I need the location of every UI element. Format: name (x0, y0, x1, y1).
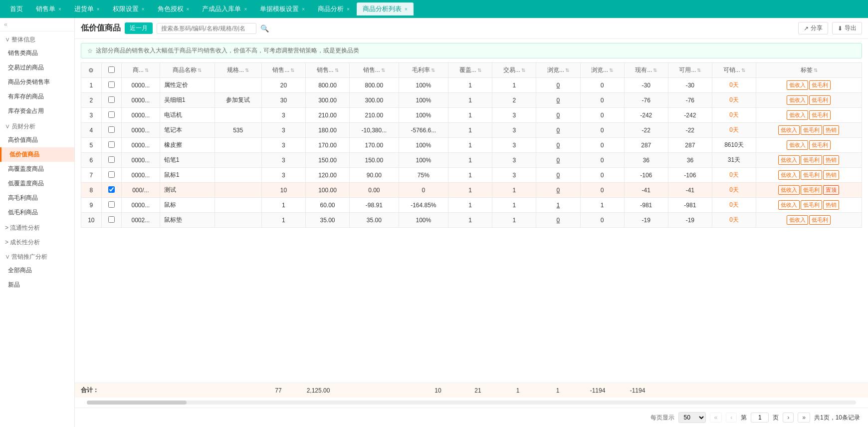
sidebar-item-low-value[interactable]: 低价值商品 (0, 147, 74, 162)
cell-name[interactable]: 电话机 (160, 108, 215, 123)
th-checkbox[interactable] (101, 63, 121, 78)
prev-page-btn[interactable]: ‹ (726, 413, 737, 423)
sidebar-item-stocked-products[interactable]: 有库存的商品 (0, 89, 74, 104)
close-icon[interactable]: × (97, 6, 100, 12)
th-cover[interactable]: 覆盖...⇅ (448, 63, 492, 78)
row-checkbox[interactable] (108, 171, 115, 178)
th-sale2[interactable]: 销售...⇅ (305, 63, 349, 78)
row-checkbox[interactable] (108, 96, 115, 103)
export-button[interactable]: ⬇ 导出 (832, 22, 862, 34)
th-tags[interactable]: 标签⇅ (756, 63, 862, 78)
sidebar-item-stock-capital[interactable]: 库存资金占用 (0, 104, 74, 118)
row-checkbox[interactable] (108, 81, 115, 88)
table-row[interactable]: 6 0000... 铅笔1 3 150.00 150.00 100% 1 3 0… (81, 153, 862, 168)
sidebar-item-low-margin[interactable]: 低毛利商品 (0, 205, 74, 220)
th-stock2[interactable]: 可用...⇅ (668, 63, 712, 78)
first-page-btn[interactable]: « (710, 413, 722, 423)
cell-name[interactable]: 属性定价 (160, 78, 215, 93)
cell-browse1[interactable]: 0 (536, 93, 580, 108)
last-page-btn[interactable]: » (798, 413, 810, 423)
select-all-checkbox[interactable] (108, 66, 115, 73)
row-checkbox[interactable] (108, 201, 115, 208)
sidebar-item-high-coverage[interactable]: 高覆盖度商品 (0, 162, 74, 176)
th-name[interactable]: 商品名称⇅ (160, 63, 215, 78)
sidebar-item-low-coverage[interactable]: 低覆盖度商品 (0, 176, 74, 191)
table-row[interactable]: 8 000/... 测试 10 100.00 0.00 0 1 1 0 0 -4… (81, 183, 862, 198)
cell-browse1[interactable]: 0 (536, 213, 580, 228)
th-stock1[interactable]: 现有...⇅ (624, 63, 668, 78)
close-icon[interactable]: × (347, 6, 350, 12)
cell-name[interactable]: 鼠标垫 (160, 213, 215, 228)
scrollbar-thumb[interactable] (87, 401, 187, 405)
cell-check[interactable] (101, 93, 121, 108)
table-row[interactable]: 1 0000... 属性定价 20 800.00 800.00 100% 1 1… (81, 78, 862, 93)
search-button[interactable]: 🔍 (260, 24, 269, 32)
th-gross[interactable]: 毛利率⇅ (399, 63, 448, 78)
cell-name[interactable]: 测试 (160, 183, 215, 198)
cell-name[interactable]: 笔记本 (160, 123, 215, 138)
sidebar-item-new-products[interactable]: 新品 (0, 278, 74, 292)
table-row[interactable]: 2 0000... 吴细细1 参加复试 30 300.00 300.00 100… (81, 93, 862, 108)
th-browse1[interactable]: 浏览...⇅ (536, 63, 580, 78)
sidebar-group-marketing[interactable]: ∨ 营销推广分析 (0, 249, 74, 263)
close-icon[interactable]: × (142, 6, 145, 12)
cell-browse1[interactable]: 0 (536, 168, 580, 183)
cell-check[interactable] (101, 123, 121, 138)
cell-check[interactable] (101, 198, 121, 213)
row-checkbox[interactable] (108, 111, 115, 118)
table-row[interactable]: 4 0000... 笔记本 535 3 180.00 -10,380... -5… (81, 123, 862, 138)
sidebar-item-traded-products[interactable]: 交易过的商品 (0, 60, 74, 75)
cell-check[interactable] (101, 153, 121, 168)
horizontal-scrollbar[interactable] (87, 401, 856, 405)
cell-check[interactable] (101, 183, 121, 198)
th-trade[interactable]: 交易...⇅ (492, 63, 536, 78)
table-wrapper[interactable]: ⚙ 商...⇅ 商品名称⇅ 规格...⇅ 销售...⇅ 销售...⇅ 销售...… (75, 62, 868, 383)
cell-name[interactable]: 吴细细1 (160, 93, 215, 108)
cell-name[interactable]: 鼠标 (160, 198, 215, 213)
row-checkbox[interactable] (108, 186, 115, 193)
nav-tab-permission[interactable]: 权限设置 × (107, 2, 151, 15)
cell-name[interactable]: 橡皮擦 (160, 138, 215, 153)
cell-browse1[interactable]: 0 (536, 123, 580, 138)
nav-tab-sales-order[interactable]: 销售单 × (30, 2, 67, 15)
sidebar-collapse-btn[interactable]: « (4, 21, 7, 28)
sidebar-item-sales-products[interactable]: 销售类商品 (0, 46, 74, 60)
nav-home[interactable]: 首页 (4, 2, 29, 15)
cell-name[interactable]: 铅笔1 (160, 153, 215, 168)
table-row[interactable]: 9 0000... 鼠标 1 60.00 -98.91 -164.85% 1 1… (81, 198, 862, 213)
table-row[interactable]: 7 0000... 鼠标1 3 120.00 90.00 75% 1 3 0 0… (81, 168, 862, 183)
row-checkbox[interactable] (108, 141, 115, 148)
close-icon[interactable]: × (302, 6, 305, 12)
close-icon[interactable]: × (187, 6, 190, 12)
filter-recent-month-btn[interactable]: 近一月 (125, 22, 153, 34)
next-page-btn[interactable]: › (783, 413, 794, 423)
cell-browse1[interactable]: 0 (536, 183, 580, 198)
row-checkbox[interactable] (108, 216, 115, 223)
sidebar-item-high-margin[interactable]: 高毛利商品 (0, 191, 74, 205)
th-days[interactable]: 可销...⇅ (712, 63, 756, 78)
close-icon[interactable]: × (58, 6, 61, 12)
table-row[interactable]: 5 0000... 橡皮擦 3 170.00 170.00 100% 1 3 0… (81, 138, 862, 153)
cell-check[interactable] (101, 138, 121, 153)
row-checkbox[interactable] (108, 126, 115, 133)
th-sale1[interactable]: 销售...⇅ (261, 63, 305, 78)
table-row[interactable]: 3 0000... 电话机 3 210.00 210.00 100% 1 3 0… (81, 108, 862, 123)
nav-tab-purchase-order[interactable]: 进货单 × (68, 2, 106, 15)
th-code[interactable]: 商...⇅ (121, 63, 160, 78)
sidebar-item-category-sales-rate[interactable]: 商品分类销售率 (0, 75, 74, 89)
share-button[interactable]: ↗ 分享 (798, 22, 828, 34)
nav-tab-role-auth[interactable]: 角色授权 × (152, 2, 196, 15)
page-number-input[interactable] (751, 413, 769, 423)
th-sale3[interactable]: 销售...⇅ (350, 63, 399, 78)
table-row[interactable]: 10 0002... 鼠标垫 1 35.00 35.00 100% 1 1 0 … (81, 213, 862, 228)
nav-tab-product-storage[interactable]: 产成品入库单 × (196, 2, 253, 15)
sidebar-group-overall[interactable]: ∨ 整体信息 (0, 31, 74, 46)
cell-browse1[interactable]: 0 (536, 153, 580, 168)
cell-browse1[interactable]: 0 (536, 78, 580, 93)
sidebar-group-growth[interactable]: > 成长性分析 (0, 234, 74, 249)
row-checkbox[interactable] (108, 156, 115, 163)
cell-browse1[interactable]: 0 (536, 108, 580, 123)
cell-check[interactable] (101, 108, 121, 123)
th-browse2[interactable]: 浏览...⇅ (580, 63, 624, 78)
cell-name[interactable]: 鼠标1 (160, 168, 215, 183)
